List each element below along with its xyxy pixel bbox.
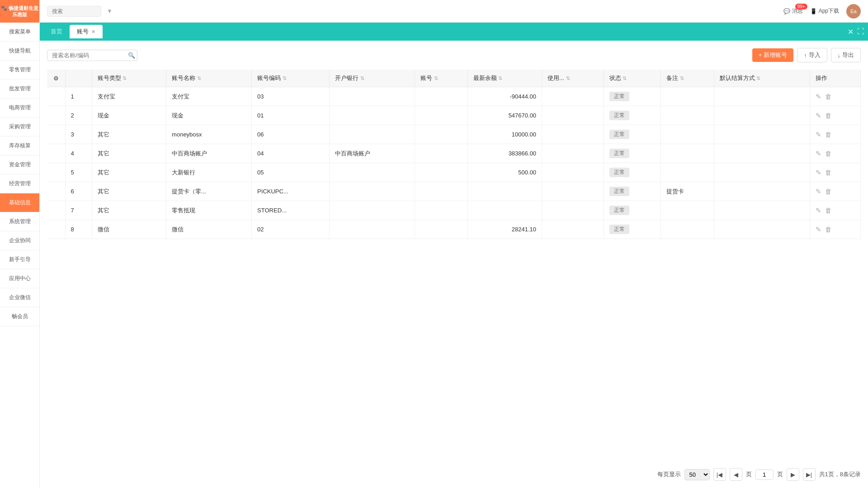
edit-button[interactable]: ✎ xyxy=(816,93,821,101)
edit-button[interactable]: ✎ xyxy=(816,225,821,234)
cell-no: 7 xyxy=(65,201,92,220)
cell-settings xyxy=(47,125,65,144)
delete-button[interactable]: 🗑 xyxy=(825,131,832,138)
add-account-button[interactable]: + 新增账号 xyxy=(752,48,793,62)
th-name[interactable]: 账号名称 ⇅ xyxy=(166,70,252,87)
tab-account[interactable]: 账号 ✕ xyxy=(70,25,103,38)
sidebar-item-operations[interactable]: 经营管理 xyxy=(0,174,39,193)
sidebar-item-member[interactable]: 畅会员 xyxy=(0,307,39,326)
app-download-button[interactable]: 📱 App下载 xyxy=(810,7,839,15)
sidebar-item-shortcuts[interactable]: 快捷导航 xyxy=(0,42,39,61)
search-input[interactable] xyxy=(52,52,128,59)
cell-remark xyxy=(661,220,714,239)
cell-account xyxy=(415,220,467,239)
last-page-button[interactable]: ▶| xyxy=(803,468,816,481)
th-no xyxy=(65,70,92,87)
cell-action: ✎ 🗑 xyxy=(810,106,860,125)
th-settle[interactable]: 默认结算方式 ⇅ xyxy=(714,70,810,87)
sidebar-item-purchase[interactable]: 采购管理 xyxy=(0,117,39,136)
delete-button[interactable]: 🗑 xyxy=(825,188,832,195)
prev-page-button[interactable]: ◀ xyxy=(730,468,742,481)
cell-no: 2 xyxy=(65,106,92,125)
export-button[interactable]: ↓ 导出 xyxy=(831,48,861,62)
tab-close-button[interactable]: ✕ xyxy=(848,28,854,36)
header-search-input[interactable] xyxy=(47,6,101,17)
delete-button[interactable]: 🗑 xyxy=(825,169,832,176)
edit-button[interactable]: ✎ xyxy=(816,112,821,120)
th-type[interactable]: 账号类型 ⇅ xyxy=(92,70,166,87)
edit-button[interactable]: ✎ xyxy=(816,206,821,215)
delete-button[interactable]: 🗑 xyxy=(825,225,832,233)
tab-home-label: 首页 xyxy=(51,28,62,36)
cell-status: 正常 xyxy=(604,106,661,125)
delete-button[interactable]: 🗑 xyxy=(825,150,832,157)
cell-account xyxy=(415,144,467,163)
cell-status: 正常 xyxy=(604,87,661,106)
th-code[interactable]: 账号编码 ⇅ xyxy=(252,70,330,87)
th-balance[interactable]: 最新余额 ⇅ xyxy=(467,70,542,87)
cell-settle xyxy=(714,125,810,144)
avatar[interactable]: Ea xyxy=(846,4,861,19)
tab-home[interactable]: 首页 xyxy=(43,25,70,38)
cell-status: 正常 xyxy=(604,163,661,182)
sidebar-item-ecommerce[interactable]: 电商管理 xyxy=(0,99,39,117)
messages-badge: 99+ xyxy=(795,4,807,9)
edit-button[interactable]: ✎ xyxy=(816,188,821,196)
sidebar-item-wholesale[interactable]: 批发管理 xyxy=(0,80,39,99)
th-account[interactable]: 账号 ⇅ xyxy=(415,70,467,87)
page-of-label: 页 xyxy=(777,470,783,479)
header-left: ▼ xyxy=(47,6,113,17)
first-page-button[interactable]: |◀ xyxy=(713,468,726,481)
edit-button[interactable]: ✎ xyxy=(816,169,821,177)
cell-name: 提货卡（零... xyxy=(166,182,252,201)
sort-icon-balance: ⇅ xyxy=(498,75,502,81)
sidebar-item-retail[interactable]: 零售管理 xyxy=(0,61,39,80)
th-remark[interactable]: 备注 ⇅ xyxy=(661,70,714,87)
cell-status: 正常 xyxy=(604,220,661,239)
page-number-input[interactable] xyxy=(755,469,774,480)
th-bank[interactable]: 开户银行 ⇅ xyxy=(329,70,415,87)
cell-remark xyxy=(661,125,714,144)
cell-name: 微信 xyxy=(166,220,252,239)
edit-button[interactable]: ✎ xyxy=(816,131,821,139)
sort-icon-usage: ⇅ xyxy=(566,75,570,81)
sort-icon-remark: ⇅ xyxy=(680,75,684,81)
th-settings[interactable]: ⚙ xyxy=(47,70,65,87)
search-icon[interactable]: 🔍 xyxy=(128,52,135,59)
sidebar-item-wecom[interactable]: 企业微信 xyxy=(0,288,39,307)
sidebar-item-system[interactable]: 系统管理 xyxy=(0,212,39,231)
avatar-initials: Ea xyxy=(850,9,856,14)
tab-expand-button[interactable]: ⛶ xyxy=(857,28,864,36)
sidebar-item-inventory[interactable]: 库存核算 xyxy=(0,136,39,155)
delete-button[interactable]: 🗑 xyxy=(825,206,832,214)
cell-action: ✎ 🗑 xyxy=(810,201,860,220)
messages-button[interactable]: 💬 消息 99+ xyxy=(783,7,803,15)
toolbar: 🔍 + 新增账号 ↑ 导入 ↓ 导出 xyxy=(47,48,861,62)
cell-remark xyxy=(661,87,714,106)
delete-button[interactable]: 🗑 xyxy=(825,93,832,100)
cell-remark xyxy=(661,144,714,163)
delete-button[interactable]: 🗑 xyxy=(825,112,832,119)
import-button[interactable]: ↑ 导入 xyxy=(797,48,827,62)
sidebar-item-appcenter[interactable]: 应用中心 xyxy=(0,269,39,288)
cell-type: 其它 xyxy=(92,125,166,144)
tab-close-icon[interactable]: ✕ xyxy=(91,29,95,35)
th-status[interactable]: 状态 ⇅ xyxy=(604,70,661,87)
cell-account xyxy=(415,182,467,201)
edit-button[interactable]: ✎ xyxy=(816,150,821,158)
sidebar-item-search[interactable]: 搜索菜单 xyxy=(0,23,39,42)
table-row: 8 微信 微信 02 28241.10 正常 ✎ 🗑 xyxy=(47,220,861,239)
sidebar-item-finance[interactable]: 资金管理 xyxy=(0,155,39,174)
per-page-select[interactable]: 50 100 xyxy=(684,469,710,480)
cell-balance xyxy=(467,201,542,220)
table-row: 1 支付宝 支付宝 03 -90444.00 正常 ✎ 🗑 xyxy=(47,87,861,106)
sidebar-item-guide[interactable]: 新手引导 xyxy=(0,250,39,269)
pagination: 每页显示 50 100 |◀ ◀ 页 页 ▶ ▶| 共1页，8条记录 xyxy=(47,463,861,481)
sidebar-item-basic[interactable]: 基础信息 xyxy=(0,193,39,212)
th-usage[interactable]: 使用... ⇅ xyxy=(542,70,604,87)
cell-action: ✎ 🗑 xyxy=(810,144,860,163)
sidebar-item-agreement[interactable]: 企业协同 xyxy=(0,231,39,250)
next-page-button[interactable]: ▶ xyxy=(787,468,799,481)
cell-bank xyxy=(329,220,415,239)
cell-code: 03 xyxy=(252,87,330,106)
